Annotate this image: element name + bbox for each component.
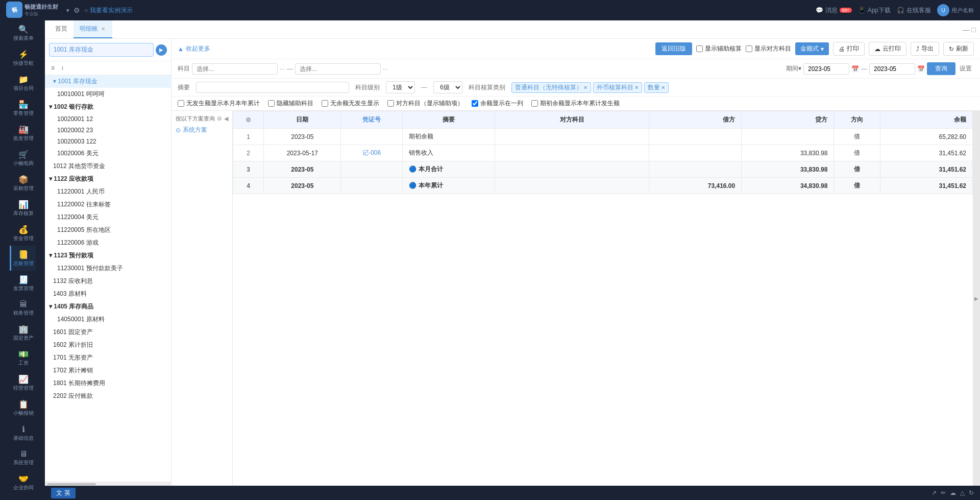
- account-item-1601[interactable]: 1601 固定资产: [45, 326, 171, 339]
- level-end-select[interactable]: 6级1级2级: [433, 81, 462, 93]
- sidebar-item-quick-nav[interactable]: ⚡ 快捷导航: [10, 45, 36, 70]
- sidebar-item-system[interactable]: 🖥 系统管理: [10, 445, 36, 470]
- sidebar-item-project[interactable]: 📁 项目合同: [10, 70, 36, 96]
- checkbox-show-balance-col-input[interactable]: [472, 100, 478, 107]
- account-item-11220004[interactable]: 11220004 美元: [45, 211, 171, 224]
- account-item-10010001[interactable]: 10010001 呵呵呵: [45, 88, 171, 101]
- sidebar-item-purchase[interactable]: 📦 采购管理: [10, 171, 36, 196]
- app-download-btn[interactable]: 📱 App下载: [858, 6, 891, 15]
- sidebar-item-inventory[interactable]: 📊 库存核算: [10, 196, 36, 221]
- sidebar-item-salary[interactable]: 💵 工资: [10, 345, 36, 370]
- account-item-1801[interactable]: 1801 长期待摊费用: [45, 377, 171, 390]
- account-item-1403[interactable]: 1403 原材料: [45, 288, 171, 300]
- settings-btn[interactable]: 设置: [958, 62, 974, 75]
- account-item-11220002[interactable]: 11220002 往来标签: [45, 198, 171, 211]
- subject-end-input[interactable]: [295, 63, 381, 75]
- calendar-start-icon[interactable]: 📅: [851, 65, 859, 73]
- checkbox-no-balance-input[interactable]: [322, 100, 328, 107]
- account-item-11220006[interactable]: 11220006 游戏: [45, 236, 171, 249]
- account-item-1012[interactable]: 1012 其他货币资金: [45, 160, 171, 173]
- refresh-btn[interactable]: ↻ 刷新: [943, 42, 974, 56]
- checkbox-show-period-begin-input[interactable]: [531, 100, 538, 107]
- checkbox-no-balance[interactable]: 无余额无发生显示: [322, 99, 379, 108]
- account-item-11230001[interactable]: 11230001 预付款款美子: [45, 262, 171, 275]
- table-settings-icon[interactable]: ⚙: [246, 116, 251, 124]
- right-collapse-btn[interactable]: ▶: [973, 111, 980, 486]
- account-item-1602[interactable]: 1602 累计折旧: [45, 339, 171, 351]
- tree-scrollbar[interactable]: [45, 482, 171, 486]
- sidebar-item-tax[interactable]: 🏛 税务管理: [10, 296, 36, 320]
- checkbox-hide-aux-input[interactable]: [268, 100, 275, 107]
- status-cloud-btn[interactable]: ☁: [950, 489, 956, 496]
- sidebar-item-retail[interactable]: 🏪 零售管理: [10, 96, 36, 121]
- account-item-1001[interactable]: ▾ 1001 库存现金: [45, 75, 171, 88]
- checkbox-show-contra[interactable]: 对方科目（显示辅助项）: [387, 99, 463, 108]
- tag-foreign-close[interactable]: ✕: [634, 85, 639, 90]
- sidebar-item-wholesale[interactable]: 🏭 批发管理: [10, 121, 36, 146]
- online-service-btn[interactable]: 🎧 在线客服: [897, 6, 931, 15]
- account-item-1702[interactable]: 1702 累计摊销: [45, 364, 171, 377]
- show-aux-account-checkbox[interactable]: 显示辅助核算: [696, 44, 742, 53]
- demo-link[interactable]: ○ 我要看实例演示: [84, 6, 133, 15]
- sidebar-item-assets[interactable]: 🏢 固定资产: [10, 320, 36, 345]
- tab-maximize-btn[interactable]: □: [972, 26, 976, 34]
- sidebar-item-sales-report[interactable]: 📋 小畅报销: [10, 395, 36, 420]
- tab-ledger[interactable]: 明细账 ✕: [74, 20, 112, 38]
- tab-home[interactable]: 首页: [49, 20, 74, 38]
- sidebar-item-operations[interactable]: 📈 经营管理: [10, 370, 36, 395]
- checkbox-show-balance-col[interactable]: 余额显示在一列: [472, 99, 523, 108]
- subject-start-input[interactable]: [192, 63, 278, 75]
- company-dropdown[interactable]: ▾: [66, 7, 69, 14]
- account-item-10020003[interactable]: 10020003 122: [45, 136, 171, 147]
- account-item-1123[interactable]: ▾ 1123 预付款项: [45, 249, 171, 262]
- status-edit-btn[interactable]: ✏: [941, 489, 946, 496]
- account-item-1701[interactable]: 1701 无形资产: [45, 351, 171, 364]
- account-item-10020006[interactable]: 10020006 美元: [45, 147, 171, 160]
- tab-ledger-close[interactable]: ✕: [100, 25, 106, 33]
- sidebar-item-invoice[interactable]: 🧾 发票管理: [10, 271, 36, 296]
- status-refresh-btn[interactable]: ↻: [969, 489, 974, 496]
- status-triangle-btn[interactable]: △: [960, 489, 965, 496]
- system-scheme-option[interactable]: ⊙ 系统方案: [176, 126, 228, 134]
- voucher-link-2[interactable]: 记-006: [362, 149, 381, 156]
- tree-expand-all-btn[interactable]: ≡: [49, 63, 57, 73]
- account-item-1132[interactable]: 1132 应收利息: [45, 275, 171, 288]
- user-menu[interactable]: U 用户名称: [937, 4, 974, 16]
- account-item-2202[interactable]: 2202 应付账款: [45, 390, 171, 402]
- account-item-1002[interactable]: ▾ 1002 银行存款: [45, 101, 171, 113]
- cloud-print-btn[interactable]: ☁ 云打印: [869, 42, 906, 56]
- sidebar-item-ecommerce[interactable]: 🛒 小畅电商: [10, 146, 36, 171]
- checkbox-show-contra-input[interactable]: [387, 100, 394, 107]
- return-old-btn[interactable]: 返回旧版: [655, 42, 692, 55]
- checkbox-hide-aux[interactable]: 隐藏辅助科目: [268, 99, 313, 108]
- calendar-end-icon[interactable]: 📅: [917, 65, 925, 73]
- checkbox-no-amount-input[interactable]: [178, 100, 184, 107]
- summary-input[interactable]: [196, 82, 349, 93]
- query-close-btn[interactable]: ◀: [224, 115, 228, 122]
- message-btn[interactable]: 💬 消息 99+: [816, 6, 851, 15]
- print-btn[interactable]: 🖨 打印: [833, 42, 865, 56]
- account-item-1122[interactable]: ▾ 1122 应收款项: [45, 173, 171, 185]
- amount-style-btn[interactable]: 金额式 ▾: [795, 42, 829, 55]
- show-contra-account-checkbox[interactable]: 显示对方科目: [746, 44, 791, 53]
- account-item-10020002[interactable]: 10020002 23: [45, 125, 171, 136]
- tree-sort-btn[interactable]: ↕: [59, 63, 66, 73]
- tag-quantity-close[interactable]: ✕: [661, 85, 665, 90]
- sidebar-item-cooperation[interactable]: 🤝 企业协同: [10, 470, 36, 495]
- query-btn[interactable]: 查询: [927, 62, 955, 75]
- query-settings-btn[interactable]: ⚙: [217, 115, 222, 122]
- checkbox-no-amount[interactable]: 无发生额显示本月本年累计: [178, 99, 260, 108]
- period-start-input[interactable]: [803, 63, 849, 75]
- tab-minimize-btn[interactable]: —: [963, 26, 970, 34]
- sidebar-item-search[interactable]: 🔍 搜索菜单: [10, 20, 36, 45]
- show-contra-account-input[interactable]: [746, 45, 752, 52]
- account-item-10020001[interactable]: 10020001 12: [45, 113, 171, 125]
- period-end-input[interactable]: [869, 63, 915, 75]
- sidebar-item-accounting[interactable]: 📒 总账管理: [10, 246, 36, 271]
- sidebar-item-guide[interactable]: 🎓 新手引导: [10, 495, 36, 500]
- sidebar-item-finance[interactable]: 💰 资金管理: [10, 221, 36, 246]
- level-start-select[interactable]: 1级2级3级: [386, 81, 415, 93]
- account-item-1405[interactable]: ▾ 1405 库存商品: [45, 300, 171, 313]
- export-btn[interactable]: ⤴ 导出: [911, 42, 939, 56]
- account-item-11220005[interactable]: 11220005 所在地区: [45, 224, 171, 236]
